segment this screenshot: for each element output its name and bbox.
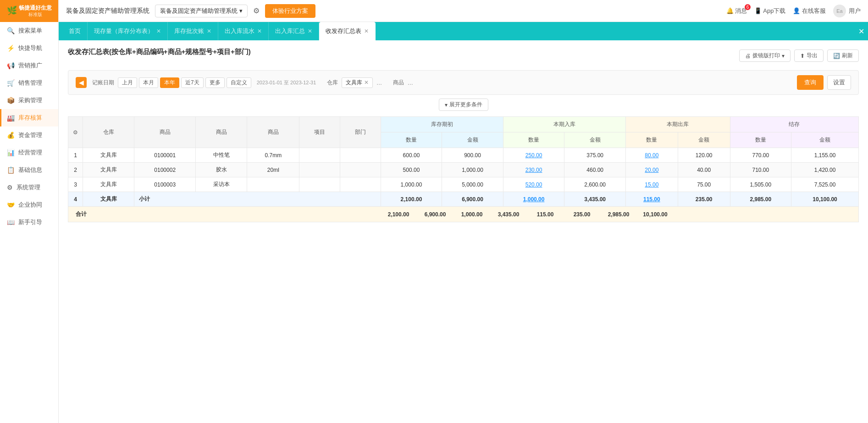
th-in-qty: 数量 xyxy=(503,132,564,148)
app-download[interactable]: 📱 App下载 xyxy=(754,7,785,15)
sidebar-item-label-guide: 新手引导 xyxy=(18,218,42,226)
cell-no-1: 2 xyxy=(68,163,83,177)
cell-in-qty-0[interactable]: 250.00 xyxy=(503,148,564,163)
date-btn-this-year[interactable]: 本年 xyxy=(160,77,179,88)
experience-btn[interactable]: 体验行业方案 xyxy=(265,4,315,18)
sidebar-item-sales[interactable]: 🛒销售管理 xyxy=(0,74,58,92)
content-area: 收发存汇总表(按仓库+商品编码+商品+规格型号+项目+部门) 🖨 拨镜版打印 ▾… xyxy=(59,40,868,423)
date-btn-more[interactable]: 更多 xyxy=(205,77,225,88)
refresh-btn[interactable]: 🔄 刷新 xyxy=(827,49,859,62)
sidebar-item-quick-nav[interactable]: ⚡快捷导航 xyxy=(0,39,58,57)
print-btn[interactable]: 🖨 拨镜版打印 ▾ xyxy=(739,49,791,62)
guide-icon: 📖 xyxy=(7,219,15,226)
gear-icon[interactable]: ⚙ xyxy=(253,6,260,15)
total-values: 2,100.00 6,900.00 1,000.00 3,435.00 115.… xyxy=(380,211,858,218)
cell-out-qty-0[interactable]: 80.00 xyxy=(625,148,678,163)
subtotal-opening-qty: 2,100.00 xyxy=(381,192,442,207)
sidebar-item-operations[interactable]: 📊经营管理 xyxy=(0,144,58,161)
inventory-icon: 🏭 xyxy=(7,114,15,121)
logo-title: 畅捷通好生意 xyxy=(19,4,52,12)
tab-close-stock-dist[interactable]: ✕ xyxy=(156,28,161,34)
sidebar-item-basic[interactable]: 📋基础信息 xyxy=(0,161,58,179)
th-balance-qty: 数量 xyxy=(730,132,791,148)
tab-recv-send-summary[interactable]: 收发存汇总表✕ xyxy=(319,22,376,40)
date-btn-custom[interactable]: 自定义 xyxy=(227,77,251,88)
sidebar-item-guide[interactable]: 📖新手引导 xyxy=(0,214,58,231)
cell-out-qty-1[interactable]: 20.00 xyxy=(625,163,678,177)
table-subtotal-row: 4 文具库 小计 2,100.00 6,900.00 1,000.00 3,43… xyxy=(68,192,859,207)
subtotal-in-qty[interactable]: 1,000.00 xyxy=(503,192,564,207)
subtotal-out-qty[interactable]: 115.00 xyxy=(625,192,678,207)
notice-area[interactable]: 🔔 6 消息 xyxy=(726,7,747,15)
tab-close-inout-summary[interactable]: ✕ xyxy=(308,28,312,34)
tab-batch[interactable]: 库存批次账✕ xyxy=(168,22,218,40)
sidebar-item-marketing[interactable]: 📢营销推广 xyxy=(0,57,58,74)
cell-no-2: 3 xyxy=(68,177,83,192)
th-out-amt: 金额 xyxy=(678,132,730,148)
sidebar-item-purchase[interactable]: 📦采购管理 xyxy=(0,92,58,109)
warehouse-tag[interactable]: 文具库 ✕ xyxy=(342,77,373,88)
operations-icon: 📊 xyxy=(7,149,15,156)
col-settings-icon[interactable]: ⚙ xyxy=(73,129,78,136)
export-btn[interactable]: ⬆ 导出 xyxy=(794,49,824,62)
th-goods-name: 商品 xyxy=(195,117,247,148)
sidebar-item-enterprise[interactable]: 🤝企业协同 xyxy=(0,196,58,214)
settings-btn[interactable]: 设置 xyxy=(827,75,851,90)
tab-label-recv-send-summary: 收发存汇总表 xyxy=(326,27,361,35)
system-selector[interactable]: 装备及固定资产辅助管理系统 ▾ xyxy=(155,5,248,17)
th-in: 本期入库 xyxy=(503,117,625,132)
sidebar-item-label-quick-nav: 快捷导航 xyxy=(18,44,42,52)
page-title: 收发存汇总表(按仓库+商品编码+商品+规格型号+项目+部门) xyxy=(68,48,251,56)
notice-badge: 6 xyxy=(745,4,751,10)
filter-toggle-btn[interactable]: ◀ xyxy=(76,77,87,88)
total-in-qty: 1,000.00 xyxy=(453,211,490,218)
th-goods-spec: 商品 xyxy=(247,117,299,148)
subtotal-balance-qty: 2,985.00 xyxy=(730,192,791,207)
subtotal-in-amt: 3,435.00 xyxy=(564,192,626,207)
date-btn-7days[interactable]: 近7天 xyxy=(181,77,204,88)
cell-out-amt-1: 40.00 xyxy=(678,163,730,177)
subtotal-opening-amt: 6,900.00 xyxy=(442,192,503,207)
cell-in-amt-0: 375.00 xyxy=(564,148,626,163)
cell-in-amt-2: 2,600.00 xyxy=(564,177,626,192)
sidebar-item-finance[interactable]: 💰资金管理 xyxy=(0,126,58,144)
tab-label-inout-summary: 出入库汇总 xyxy=(275,27,305,35)
table-row: 3 文具库 0100003 采访本 1,000.00 5,000.00 520.… xyxy=(68,177,859,192)
sidebar-item-search[interactable]: 🔍搜索菜单 xyxy=(0,22,58,39)
system-title: 装备及固定资产辅助管理系统 xyxy=(66,7,149,15)
expand-conditions-btn[interactable]: ▾ 展开更多条件 xyxy=(439,99,488,111)
tab-stock-dist[interactable]: 现存量（库存分布表）✕ xyxy=(88,22,168,40)
date-btn-last-month[interactable]: 上月 xyxy=(118,77,137,88)
warehouse-tag-close[interactable]: ✕ xyxy=(364,79,369,86)
cell-spec-0: 0.7mm xyxy=(247,148,299,163)
cell-in-qty-2[interactable]: 520.00 xyxy=(503,177,564,192)
query-btn[interactable]: 查询 xyxy=(797,75,824,90)
online-service[interactable]: 👤 在线客服 xyxy=(793,7,826,15)
sidebar-item-system[interactable]: ⚙系统管理 xyxy=(0,179,58,196)
cell-out-qty-2[interactable]: 15.00 xyxy=(625,177,678,192)
tab-home[interactable]: 首页 xyxy=(62,22,88,40)
top-header: 装备及固定资产辅助管理系统 装备及固定资产辅助管理系统 ▾ ⚙ 体验行业方案 🔔… xyxy=(59,0,868,22)
sidebar-item-label-purchase: 采购管理 xyxy=(18,96,42,104)
tab-inout-summary[interactable]: 出入库汇总✕ xyxy=(269,22,319,40)
chevron-down-icon: ▾ xyxy=(445,102,448,108)
tab-close-recv-send-summary[interactable]: ✕ xyxy=(364,28,369,34)
sidebar-item-label-marketing: 营销推广 xyxy=(18,61,42,70)
cell-in-qty-1[interactable]: 230.00 xyxy=(503,163,564,177)
tab-label-home: 首页 xyxy=(69,27,81,35)
warehouse-dots[interactable]: ... xyxy=(376,79,382,86)
cell-opening-amt-0: 900.00 xyxy=(442,148,503,163)
user-area[interactable]: Ea 用户 xyxy=(833,5,861,17)
tab-close-batch[interactable]: ✕ xyxy=(207,28,211,34)
tab-inout-flow[interactable]: 出入库流水✕ xyxy=(218,22,269,40)
th-department: 部门 xyxy=(340,117,381,148)
export-icon: ⬆ xyxy=(800,53,805,59)
goods-dots[interactable]: ... xyxy=(408,79,413,86)
sidebar-item-inventory[interactable]: 🏭库存核算 xyxy=(0,109,58,126)
total-out-amt: 235.00 xyxy=(564,211,600,218)
tab-bar-close-btn[interactable]: ✕ xyxy=(858,27,864,36)
cell-balance-qty-0: 770.00 xyxy=(730,148,791,163)
tab-close-inout-flow[interactable]: ✕ xyxy=(257,28,262,34)
cell-project-1 xyxy=(299,163,340,177)
date-btn-this-month[interactable]: 本月 xyxy=(139,77,158,88)
